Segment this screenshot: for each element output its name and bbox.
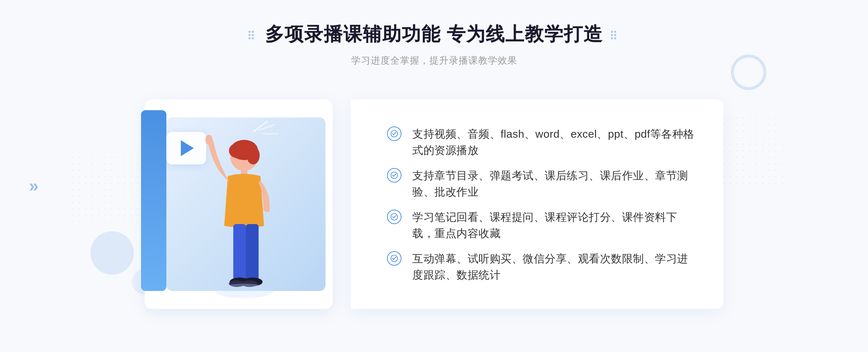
- svg-point-12: [252, 37, 254, 39]
- svg-point-13: [611, 31, 613, 33]
- svg-point-17: [611, 37, 613, 39]
- svg-point-7: [248, 31, 251, 33]
- main-title: 多项录播课辅助功能 专为线上教学打造: [265, 22, 603, 47]
- checkmark-svg-1: [390, 130, 398, 138]
- feature-item-2: 支持章节目录、弹题考试、课后练习、课后作业、章节测验、批改作业: [387, 164, 694, 203]
- feature-item-3: 学习笔记回看、课程提问、课程评论打分、课件资料下载，重点内容收藏: [387, 205, 694, 245]
- check-icon-2: [387, 168, 401, 183]
- feature-text-2: 支持章节目录、弹题考试、课后练习、课后作业、章节测验、批改作业: [412, 167, 694, 200]
- person-figure: [166, 110, 297, 320]
- svg-point-25: [229, 143, 245, 158]
- svg-point-24: [247, 146, 260, 164]
- feature-text-3: 学习笔记回看、课程提问、课程评论打分、课件资料下载，重点内容收藏: [412, 209, 694, 241]
- feature-text-1: 支持视频、音频、flash、word、excel、ppt、pdf等各种格式的资源…: [412, 126, 694, 158]
- svg-rect-1: [72, 155, 145, 228]
- svg-point-4: [90, 231, 134, 275]
- svg-rect-28: [233, 224, 246, 282]
- right-dots-icon: [610, 30, 620, 40]
- checkmark-svg-4: [390, 254, 398, 262]
- checkmark-svg-3: [390, 213, 398, 221]
- svg-point-11: [248, 37, 251, 39]
- illustration-panel: [145, 89, 362, 320]
- blue-strip: [141, 110, 166, 291]
- main-content: 支持视频、音频、flash、word、excel、ppt、pdf等各种格式的资源…: [145, 78, 723, 331]
- check-icon-3: [387, 210, 401, 224]
- svg-rect-2: [712, 112, 785, 184]
- feature-item-4: 互动弹幕、试听购买、微信分享、观看次数限制、学习进度跟踪、数据统计: [387, 247, 694, 287]
- svg-point-8: [252, 31, 254, 33]
- check-icon-1: [387, 126, 401, 141]
- page-container: » 多项录播课辅助功能 专为线上教学打造: [0, 0, 868, 352]
- svg-point-15: [611, 34, 613, 36]
- svg-point-9: [248, 34, 251, 36]
- feature-text-4: 互动弹幕、试听购买、微信分享、观看次数限制、学习进度跟踪、数据统计: [412, 250, 694, 283]
- svg-point-27: [205, 135, 213, 145]
- check-icon-4: [387, 251, 401, 266]
- svg-line-19: [253, 121, 268, 132]
- svg-point-16: [614, 34, 616, 36]
- feature-item-1: 支持视频、音频、flash、word、excel、ppt、pdf等各种格式的资源…: [387, 122, 694, 162]
- svg-point-14: [614, 31, 616, 33]
- svg-point-10: [252, 34, 254, 36]
- left-dots-icon: [248, 30, 258, 40]
- features-panel: 支持视频、音频、flash、word、excel、ppt、pdf等各种格式的资源…: [351, 99, 723, 309]
- svg-point-18: [614, 37, 616, 39]
- svg-rect-29: [246, 224, 259, 282]
- subtitle: 学习进度全掌握，提升录播课教学效果: [0, 54, 868, 67]
- svg-text:»: »: [29, 176, 39, 195]
- checkmark-svg-2: [390, 171, 398, 179]
- svg-point-34: [215, 284, 273, 298]
- header-section: 多项录播课辅助功能 专为线上教学打造 学习进度全掌握，提升录播课教学效果: [0, 0, 868, 78]
- title-row: 多项录播课辅助功能 专为线上教学打造: [0, 22, 868, 47]
